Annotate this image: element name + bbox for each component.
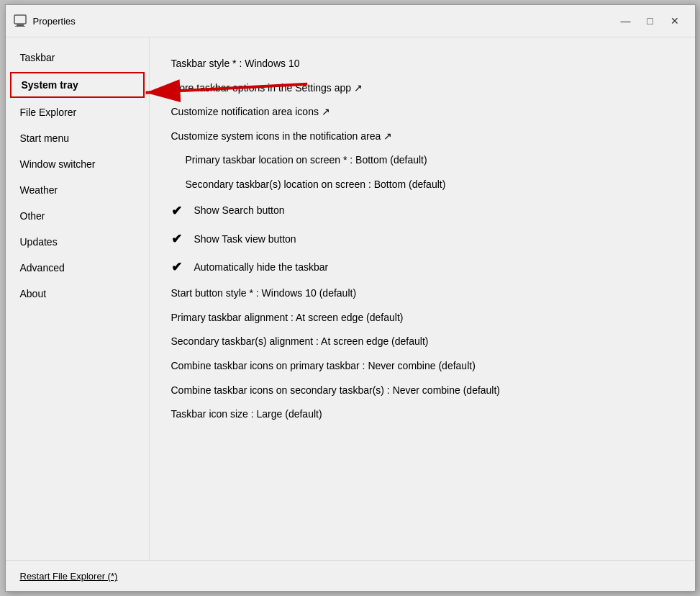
svg-rect-0 [14, 15, 26, 24]
main-item-icon-size: Taskbar icon size : Large (default) [171, 402, 673, 427]
sidebar-item-taskbar[interactable]: Taskbar [6, 45, 149, 71]
link-customize-system-icons[interactable]: Customize system icons in the notificati… [171, 130, 393, 142]
sidebar-item-other[interactable]: Other [6, 203, 149, 229]
sidebar-item-file-explorer[interactable]: File Explorer [6, 99, 149, 125]
title-bar: Properties — □ ✕ [6, 5, 695, 37]
main-panel: Taskbar style * : Windows 10More taskbar… [150, 37, 695, 560]
main-item-secondary-location: Secondary taskbar(s) location on screen … [171, 173, 673, 197]
window-title: Properties [33, 16, 76, 27]
item-text-auto-hide: Automatically hide the taskbar [194, 261, 329, 275]
main-item-more-taskbar-options[interactable]: More taskbar options in the Settings app… [171, 76, 673, 101]
sidebar-item-system-tray[interactable]: System tray [10, 72, 145, 98]
link-more-taskbar-options[interactable]: More taskbar options in the Settings app… [171, 82, 363, 94]
item-text-show-task-view: Show Task view button [194, 232, 296, 247]
window-controls: — □ ✕ [614, 11, 686, 31]
link-customize-notification[interactable]: Customize notification area icons ↗ [171, 106, 330, 117]
main-item-secondary-alignment: Secondary taskbar(s) alignment : At scre… [171, 330, 673, 354]
main-item-show-search: ✔Show Search button [171, 197, 673, 225]
main-item-start-button-style: Start button style * : Windows 10 (defau… [171, 281, 673, 306]
main-item-primary-location: Primary taskbar location on screen * : B… [171, 148, 673, 173]
main-item-primary-alignment: Primary taskbar alignment : At screen ed… [171, 306, 673, 330]
main-item-auto-hide: ✔Automatically hide the taskbar [171, 253, 673, 281]
sidebar-item-weather[interactable]: Weather [6, 177, 149, 203]
sidebar-item-advanced[interactable]: Advanced [6, 255, 149, 281]
minimize-button[interactable]: — [614, 11, 637, 31]
footer: Restart File Explorer (*) [6, 560, 695, 591]
sidebar-item-window-switcher[interactable]: Window switcher [6, 151, 149, 177]
checkmark-show-search: ✔ [171, 202, 186, 220]
main-item-customize-system-icons[interactable]: Customize system icons in the notificati… [171, 125, 673, 149]
main-item-customize-notification[interactable]: Customize notification area icons ↗ [171, 100, 673, 125]
main-item-show-task-view: ✔Show Task view button [171, 225, 673, 253]
main-item-taskbar-style: Taskbar style * : Windows 10 [171, 52, 673, 76]
main-item-combine-secondary: Combine taskbar icons on secondary taskb… [171, 379, 673, 403]
item-text-show-search: Show Search button [194, 204, 285, 218]
main-item-combine-primary: Combine taskbar icons on primary taskbar… [171, 354, 673, 379]
svg-rect-2 [15, 26, 25, 27]
restart-explorer-link[interactable]: Restart File Explorer (*) [20, 571, 118, 582]
sidebar-item-start-menu[interactable]: Start menu [6, 125, 149, 151]
properties-window: Properties — □ ✕ TaskbarSystem trayFile … [5, 4, 696, 592]
content-area: TaskbarSystem trayFile ExplorerStart men… [6, 37, 695, 560]
app-icon [13, 14, 27, 28]
maximize-button[interactable]: □ [639, 11, 662, 31]
checkmark-show-task-view: ✔ [171, 230, 186, 248]
sidebar-item-updates[interactable]: Updates [6, 229, 149, 255]
sidebar: TaskbarSystem trayFile ExplorerStart men… [6, 37, 150, 560]
checkmark-auto-hide: ✔ [171, 258, 186, 276]
close-button[interactable]: ✕ [663, 11, 686, 31]
svg-rect-1 [17, 24, 24, 26]
title-bar-left: Properties [13, 14, 76, 28]
sidebar-item-about[interactable]: About [6, 281, 149, 307]
